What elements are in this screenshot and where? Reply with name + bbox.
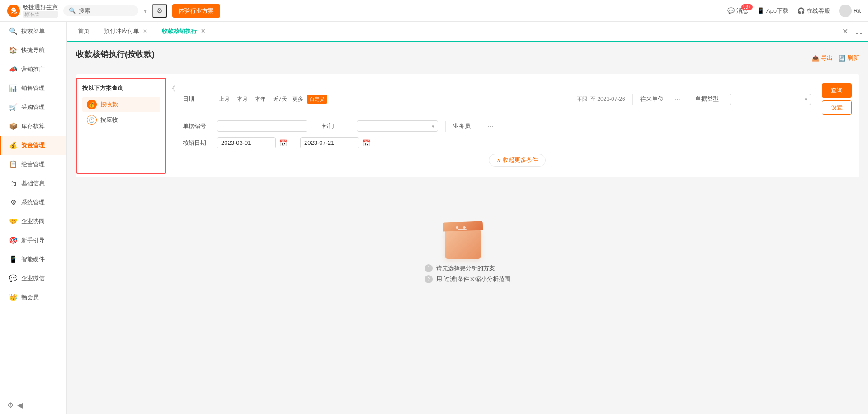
query-button[interactable]: 查询	[822, 83, 852, 98]
sidebar-item-marketing[interactable]: 📣 营销推广	[0, 60, 66, 79]
date-custom-tag[interactable]: 自定义	[307, 95, 327, 104]
filter-left-title: 按以下方案查询	[82, 84, 160, 92]
export-icon: 📤	[812, 55, 819, 62]
sidebar-item-member[interactable]: 👑 畅会员	[0, 288, 66, 307]
main-layout: 🔍 搜索菜单 🏠 快捷导航 📣 营销推广 📊 销售管理 🛒 采购管理 📦 库存核…	[0, 22, 868, 414]
collapse-more-row: ∧ 收起更多条件	[183, 154, 852, 167]
sidebar-item-finance[interactable]: 💰 资金管理	[0, 136, 66, 155]
sidebar-collapse-icon[interactable]: ◀	[17, 401, 23, 409]
sidebar-item-basic[interactable]: 🗂 基础信息	[0, 174, 66, 193]
wxwork-icon: 💬	[9, 274, 18, 282]
refresh-label: 刷新	[847, 54, 859, 62]
online-service-item[interactable]: 🎧 在线客服	[797, 7, 830, 15]
filter-option-by-receivable[interactable]: 🕐 按应收	[82, 112, 160, 128]
sidebar-item-nav[interactable]: 🏠 快捷导航	[0, 41, 66, 60]
export-label: 导出	[821, 54, 833, 62]
sidebar-item-inventory[interactable]: 📦 库存核算	[0, 117, 66, 136]
trial-button[interactable]: 体验行业方案	[172, 4, 220, 18]
collapse-more-button[interactable]: ∧ 收起更多条件	[489, 154, 546, 167]
inventory-icon: 📦	[9, 122, 18, 130]
sidebar-label-nav: 快捷导航	[21, 46, 45, 54]
sidebar-settings-icon[interactable]: ⚙	[7, 401, 14, 409]
export-button[interactable]: 📤 导出	[812, 54, 833, 62]
filter-option-receipt-label: 按收款	[100, 100, 118, 109]
sidebar-item-purchase[interactable]: 🛒 采购管理	[0, 98, 66, 117]
chevron-up-icon: ∧	[496, 157, 501, 164]
sales-icon: 📊	[9, 84, 18, 92]
date-7days[interactable]: 近7天	[271, 95, 289, 104]
app-download-item[interactable]: 📱 App下载	[757, 7, 788, 15]
step-num-2: 2	[425, 275, 433, 283]
search-menu-icon: 🔍	[9, 27, 18, 35]
tab-prepay-close[interactable]: ✕	[143, 28, 147, 34]
sidebar-item-sales[interactable]: 📊 销售管理	[0, 79, 66, 98]
member-icon: 👑	[9, 293, 18, 301]
app-name: 畅捷通好生意	[23, 4, 58, 11]
empty-step-1: 1 请先选择要分析的方案	[425, 264, 510, 272]
online-service-label: 在线客服	[807, 7, 830, 15]
counterpart-dots[interactable]: ···	[675, 95, 680, 103]
sidebar-item-collab[interactable]: 🤝 企业协同	[0, 212, 66, 231]
phone-icon: 📱	[757, 7, 764, 14]
gear-button[interactable]: ⚙	[152, 4, 167, 18]
staff-dots[interactable]: ···	[487, 122, 493, 130]
sidebar-item-wxwork[interactable]: 💬 企业微信	[0, 269, 66, 288]
sidebar-label-system: 系统管理	[21, 198, 45, 206]
page-title: 收款核销执行(按收款)	[76, 49, 155, 60]
search-area[interactable]: 🔍	[63, 5, 138, 16]
message-item[interactable]: 💬 消息 99+	[727, 7, 748, 15]
basic-icon: 🗂	[9, 180, 18, 187]
cal-start-icon[interactable]: 📅	[279, 139, 287, 147]
voucher-type-select-wrapper	[730, 94, 811, 105]
marketing-icon: 📣	[9, 65, 18, 73]
sidebar-item-system[interactable]: ⚙ 系统管理	[0, 193, 66, 212]
empty-text: 1 请先选择要分析的方案 2 用[过滤]条件来缩小分析范围	[425, 264, 510, 286]
refresh-button[interactable]: 🔄 刷新	[838, 54, 859, 62]
user-item[interactable]: Rit	[839, 5, 861, 17]
verify-date-end-input[interactable]	[300, 137, 359, 148]
divider-4	[445, 121, 446, 132]
tab-receipt-label: 收款核销执行	[162, 27, 197, 35]
page-title-row: 收款核销执行(按收款) 📤 导出 🔄 刷新	[76, 49, 859, 67]
verify-date-label: 核销日期	[183, 139, 210, 147]
top-bar-right: 💬 消息 99+ 📱 App下载 🎧 在线客服 Rit	[727, 5, 861, 17]
filter-collapse-button[interactable]: 《	[166, 78, 175, 174]
sidebar-item-search[interactable]: 🔍 搜索菜单	[0, 22, 66, 41]
tab-receipt-close[interactable]: ✕	[201, 28, 205, 34]
date-last-month[interactable]: 上月	[217, 95, 231, 104]
voucher-type-select[interactable]	[730, 94, 811, 105]
face-mouth	[458, 229, 467, 230]
dept-select[interactable]	[357, 120, 438, 132]
sidebar-label-member: 畅会员	[21, 293, 39, 301]
cal-end-icon[interactable]: 📅	[363, 139, 370, 147]
tab-bar: 首页 预付冲应付单 ✕ 收款核销执行 ✕ ✕ ⛶	[67, 22, 868, 42]
step-num-1: 1	[425, 264, 433, 272]
tab-home[interactable]: 首页	[71, 22, 97, 42]
avatar	[839, 5, 852, 17]
verify-date-start-input[interactable]	[217, 137, 276, 148]
filter-left-panel: 按以下方案查询 💰 按收款 🕐 按应收	[76, 78, 166, 174]
voucher-no-label: 单据编号	[183, 122, 210, 130]
tab-receipt[interactable]: 收款核销执行 ✕	[155, 22, 212, 42]
chevron-down-icon[interactable]: ▾	[144, 7, 147, 14]
sidebar-item-guide[interactable]: 🎯 新手引导	[0, 231, 66, 250]
filter-row-2: 单据编号 部门 业务员 ···	[183, 120, 852, 132]
sidebar-item-operation[interactable]: 📋 经营管理	[0, 155, 66, 174]
staff-label: 业务员	[453, 122, 480, 130]
sidebar-item-hardware[interactable]: 📱 智能硬件	[0, 250, 66, 269]
collapse-more-label: 收起更多条件	[503, 156, 538, 164]
face-eye-left	[456, 226, 458, 229]
filter-option-by-receipt[interactable]: 💰 按收款	[82, 97, 160, 112]
settings-button[interactable]: 设置	[822, 100, 852, 115]
date-more[interactable]: 更多	[292, 95, 303, 103]
tab-close-all-btn[interactable]: ✕	[840, 27, 850, 36]
purchase-icon: 🛒	[9, 103, 18, 111]
empty-illustration	[440, 214, 495, 259]
dept-label: 部门	[322, 122, 349, 130]
voucher-no-input[interactable]	[217, 120, 307, 132]
search-input[interactable]	[79, 7, 133, 14]
date-this-month[interactable]: 本月	[235, 95, 250, 104]
tab-prepay[interactable]: 预付冲应付单 ✕	[97, 22, 155, 42]
date-this-year[interactable]: 本年	[253, 95, 268, 104]
tab-expand-btn[interactable]: ⛶	[854, 27, 864, 35]
